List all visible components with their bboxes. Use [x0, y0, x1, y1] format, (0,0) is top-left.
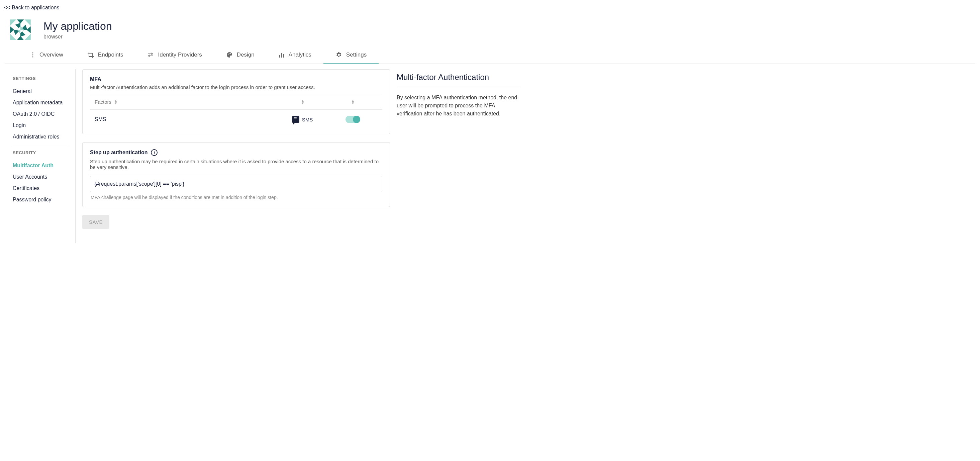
column-header-factors[interactable]: Factors ▲▼: [95, 99, 277, 105]
sidebar-item-certificates[interactable]: Certificates: [13, 183, 73, 194]
swap-icon: [147, 52, 154, 57]
tab-label: Endpoints: [98, 51, 123, 58]
stepup-expression-input[interactable]: [90, 176, 382, 192]
sidebar-divider: [13, 146, 67, 146]
factor-type: SMS: [277, 116, 328, 123]
sidebar-heading-security: SECURITY: [13, 150, 73, 155]
tab-label: Design: [237, 51, 255, 58]
app-logo: [7, 16, 34, 43]
sidebar-item-application-metadata[interactable]: Application metadata: [13, 97, 73, 108]
svg-point-17: [32, 52, 33, 53]
tab-settings[interactable]: Settings: [323, 47, 379, 64]
svg-point-22: [230, 53, 231, 54]
sort-icon: ▲▼: [114, 99, 118, 105]
dots-vertical-icon: [30, 52, 35, 58]
table-row: SMS SMS: [90, 110, 382, 127]
sidebar-item-administrative-roles[interactable]: Administrative roles: [13, 131, 73, 143]
crop-icon: [87, 51, 94, 58]
back-link[interactable]: << Back to applications: [0, 0, 980, 13]
sidebar-item-user-accounts[interactable]: User Accounts: [13, 171, 73, 183]
sidebar-item-password-policy[interactable]: Password policy: [13, 194, 73, 205]
svg-point-18: [32, 54, 33, 55]
tab-label: Identity Providers: [158, 51, 202, 58]
stepup-hint: MFA challenge page will be displayed if …: [91, 195, 382, 200]
tab-analytics[interactable]: Analytics: [267, 47, 323, 64]
save-button[interactable]: SAVE: [82, 215, 109, 229]
column-header-toggle[interactable]: ▲▼: [328, 99, 378, 105]
mfa-card-title: MFA: [90, 76, 382, 82]
tab-design[interactable]: Design: [214, 47, 267, 64]
sort-icon: ▲▼: [301, 99, 304, 105]
svg-rect-24: [281, 53, 282, 57]
column-header-label: Factors: [95, 99, 111, 105]
column-header-type[interactable]: ▲▼: [277, 99, 328, 105]
svg-point-20: [228, 54, 228, 55]
stepup-card-title: Step up authentication: [90, 149, 148, 156]
svg-marker-6: [10, 34, 16, 40]
factor-toggle[interactable]: [345, 116, 360, 123]
svg-rect-23: [279, 55, 280, 57]
sidebar-item-general[interactable]: General: [13, 86, 73, 97]
sidebar: SETTINGS General Application metadata OA…: [5, 69, 76, 243]
page-subtitle: browser: [43, 34, 112, 40]
tab-overview[interactable]: Overview: [18, 47, 75, 64]
tabs: Overview Endpoints Identity Providers De…: [5, 47, 975, 64]
svg-point-21: [229, 53, 229, 54]
palette-icon: [226, 51, 233, 58]
svg-point-19: [32, 56, 33, 57]
toggle-knob: [353, 116, 360, 123]
bars-icon: [278, 52, 285, 57]
info-panel: Multi-factor Authentication By selecting…: [397, 69, 524, 243]
sidebar-item-oauth-oidc[interactable]: OAuth 2.0 / OIDC: [13, 108, 73, 120]
factor-name: SMS: [95, 116, 277, 122]
info-icon[interactable]: i: [151, 149, 158, 156]
mfa-card-desc: Multi-factor Authentication adds an addi…: [90, 84, 382, 90]
stepup-card: Step up authentication i Step up authent…: [82, 142, 390, 207]
sidebar-item-login[interactable]: Login: [13, 120, 73, 131]
page-title: My application: [43, 20, 112, 32]
gear-icon: [336, 51, 342, 58]
factor-type-label: SMS: [302, 117, 313, 122]
tab-identity-providers[interactable]: Identity Providers: [135, 47, 214, 64]
tab-endpoints[interactable]: Endpoints: [75, 47, 135, 64]
sidebar-heading-settings: SETTINGS: [13, 76, 73, 81]
mfa-card: MFA Multi-factor Authentication adds an …: [82, 69, 390, 134]
sidebar-item-multifactor-auth[interactable]: Multifactor Auth: [13, 160, 73, 171]
tab-label: Overview: [40, 51, 63, 58]
info-panel-text: By selecting a MFA authentication method…: [397, 94, 521, 118]
tab-label: Analytics: [289, 51, 312, 58]
tab-label: Settings: [346, 51, 367, 58]
stepup-card-desc: Step up authentication may be required i…: [90, 159, 382, 170]
sms-icon: [292, 116, 299, 123]
factors-table-header: Factors ▲▼ ▲▼ ▲▼: [90, 94, 382, 110]
app-header: My application browser: [0, 13, 980, 47]
sort-icon: ▲▼: [351, 99, 355, 105]
info-panel-title: Multi-factor Authentication: [397, 73, 521, 87]
svg-rect-25: [283, 54, 284, 57]
